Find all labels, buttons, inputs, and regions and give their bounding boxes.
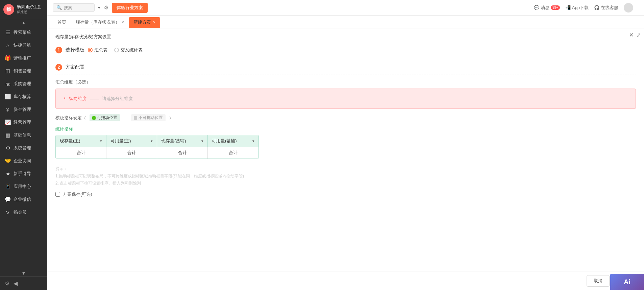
sidebar-item-membership[interactable]: V 畅会员 [0,206,47,219]
tab-new-scheme[interactable]: 新建方案 × [129,17,160,28]
app-download-item[interactable]: 📲 App下载 [565,5,589,11]
app-center-icon: 📱 [5,184,11,190]
sidebar-item-operations[interactable]: 📈 经营管理 [0,116,47,129]
tabs-bar: 首页 现存量（库存状况表） × 新建方案 × [47,16,644,28]
sidebar-scroll-up[interactable]: ▲ [0,19,47,26]
ai-badge[interactable]: Ai [610,274,644,290]
template-radio-group: 汇总表 交叉统计表 [88,47,143,53]
sidebar-item-enterprise[interactable]: 🤝 企业协同 [0,154,47,167]
dropdown-icon[interactable]: ▾ [98,5,100,10]
app-download-icon: 📲 [565,5,571,10]
enterprise-icon: 🤝 [5,158,11,164]
sidebar-item-enterprise-wechat[interactable]: 💬 企业微信 [0,193,47,206]
sidebar-item-label: 企业微信 [14,196,31,202]
message-label: 消息 [541,5,549,11]
indicator-close-paren: ） [169,115,173,121]
dimension-placeholder[interactable]: 请选择分组维度 [102,96,133,102]
stats-cell-0: 合计 [56,147,106,159]
message-item[interactable]: 💬 消息 99+ [534,5,560,11]
tab-inventory-close[interactable]: × [122,20,124,25]
sidebar-item-purchase[interactable]: 🛍 采购管理 [0,77,47,90]
radio-cross-label: 交叉统计表 [121,47,143,53]
col-chevron-2[interactable]: ▾ [201,139,203,143]
tips-section: 提示： 1.拖动标题栏可以调整布局，不可跨维度或指标区域拖动栏目字段(只能在同一… [55,165,636,187]
fixed-dot [134,116,137,120]
sidebar-item-label: 资金管理 [14,106,31,113]
sidebar-bottom: ⚙ ◀ [0,276,47,290]
sidebar-item-label: 销售管理 [14,68,31,74]
tip1: 1.拖动标题栏可以调整布局，不可跨维度或指标区域拖动栏目字段(只能在同一维度或指… [55,173,636,180]
tab-new-label: 新建方案 [133,19,151,25]
sidebar-item-basic-info[interactable]: ▦ 基础信息 [0,129,47,142]
topbar-search-box[interactable]: 🔍 [53,3,95,12]
collapse-icon[interactable]: ◀ [14,280,18,287]
step2-number: 2 [55,64,62,71]
sidebar-item-label: 基础信息 [14,132,31,138]
sidebar-item-label: 企业协同 [14,158,31,164]
col-header-label-3: 可用量(基辅) [212,138,237,144]
stats-col-header-0: 现存量(主) ▾ [56,135,106,147]
finance-icon: ¥ [5,106,11,113]
indicator-fixed-tag: 不可拖动位置 [131,114,166,121]
dimension-dash: —— [90,96,99,101]
tips-title: 提示： [55,165,636,173]
tab-inventory-label: 现存量（库存状况表） [76,19,120,25]
sidebar-item-quick-nav[interactable]: ⌂ 快捷导航 [0,39,47,52]
panel-controls: ✕ ⤢ [629,32,641,38]
topbar-right: 💬 消息 99+ 📲 App下载 🎧 在线客服 [534,3,639,13]
sidebar-item-app-center[interactable]: 📱 应用中心 [0,180,47,193]
radio-cross-table[interactable]: 交叉统计表 [114,47,143,53]
close-button[interactable]: ✕ [629,32,634,38]
expand-button[interactable]: ⤢ [636,32,641,38]
search-icon: 🔍 [56,5,62,10]
sidebar-item-finance[interactable]: ¥ 资金管理 [0,103,47,116]
sales-icon: ◫ [5,68,11,74]
save-row: 方案保存(可选) [55,187,636,201]
trial-button[interactable]: 体验行业方案 [112,3,148,13]
col-chevron-0[interactable]: ▾ [100,139,102,143]
radio-summary-label: 汇总表 [94,47,107,53]
col-chevron-3[interactable]: ▾ [252,139,254,143]
user-avatar[interactable] [624,3,633,13]
col-chevron-1[interactable]: ▾ [151,139,153,143]
tab-home-label: 首页 [57,19,66,25]
sidebar-item-marketing[interactable]: 🎁 营销推广 [0,52,47,65]
sidebar-item-new-guide[interactable]: ★ 新手引导 [0,167,47,180]
main-area: 🔍 ▾ ⚙ 体验行业方案 💬 消息 99+ 📲 App下载 🎧 在线客服 [47,0,644,290]
sidebar-item-label: 新手引导 [14,171,31,177]
save-checkbox[interactable] [55,192,60,197]
tab-inventory-status[interactable]: 现存量（库存状况表） × [71,17,129,28]
system-icon: ⚙ [5,145,11,151]
tab-new-close[interactable]: × [153,20,155,25]
sidebar-item-label: 畅会员 [14,209,27,215]
stats-header-row: 现存量(主) ▾ 可用量(主) ▾ 现存量(基辅) ▾ 可用量(基辅) [56,135,258,147]
topbar: 🔍 ▾ ⚙ 体验行业方案 💬 消息 99+ 📲 App下载 🎧 在线客服 [47,0,644,16]
sidebar-item-label: 快捷导航 [14,42,31,48]
step1-title: 选择模板 [66,47,84,53]
tip2: 2. 点击标题栏下拉可设置排序、插入列和删除列 [55,180,636,187]
message-icon: 💬 [534,5,539,10]
sidebar-item-label: 搜索菜单 [14,29,31,35]
dimension-field-label: 纵向维度 [69,96,86,102]
settings-icon[interactable]: ⚙ [5,280,9,287]
sidebar-item-label: 经营管理 [14,119,31,125]
radio-summary-table[interactable]: 汇总表 [88,47,107,53]
tab-home[interactable]: 首页 [53,17,71,28]
purchase-icon: 🛍 [5,81,11,87]
enterprise-wechat-icon: 💬 [5,196,11,202]
online-service-item[interactable]: 🎧 在线客服 [594,5,618,11]
sidebar-item-inventory[interactable]: ⬜ 库存核算 [0,90,47,103]
panel-title: 现存量(库存状况表)方案设置 [55,34,636,40]
headset-icon: 🎧 [594,5,599,10]
sidebar-item-system[interactable]: ⚙ 系统管理 [0,142,47,154]
gear-icon[interactable]: ⚙ [104,4,108,11]
sidebar-item-search-menu[interactable]: ☰ 搜索菜单 [0,26,47,39]
sidebar-scroll-down[interactable]: ▼ [0,270,47,276]
cancel-button[interactable]: 取消 [587,275,610,287]
search-input[interactable] [64,5,91,10]
sidebar-item-sales[interactable]: ◫ 销售管理 [0,65,47,77]
stats-title: 统计指标 [55,126,636,132]
dimension-box: * 纵向维度 —— 请选择分组维度 [55,89,636,109]
step1-number: 1 [55,47,62,53]
step1-section: 1 选择模板 汇总表 交叉统计表 [55,47,636,57]
